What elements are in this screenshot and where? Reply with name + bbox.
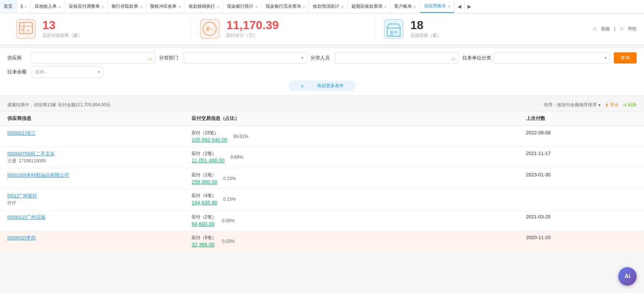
stat-amount-content: 11,170.39 应付合计（万）	[226, 19, 279, 39]
balance-select[interactable]: 选择... ▾	[32, 66, 103, 77]
nav-advance-collection[interactable]: 预收冲应收单 ×	[146, 0, 185, 13]
query-button[interactable]: 查询	[614, 52, 637, 63]
table-row: [000002]李四 应付（5笔） 32,366.00 0.03% 2020-1…	[0, 231, 644, 252]
close-icon[interactable]: ×	[414, 4, 416, 9]
close-icon[interactable]: ×	[303, 4, 305, 9]
trans-percentage: 9.89%	[231, 155, 243, 160]
trans-label: 应付（2笔）	[192, 214, 216, 220]
trans-cell: 应付（15笔） 100,092,540.00 89.61%	[192, 130, 526, 143]
trans-inner: 应付（4笔） 164,635.90	[192, 193, 217, 206]
stats-bar: ¥ $$ 13 总应付供应商（家） ¥ 11,170.39 应付合计（万）	[0, 13, 644, 45]
trans-amount[interactable]: 164,635.90	[192, 200, 217, 206]
export-button[interactable]: ⬆ 导出	[605, 102, 619, 108]
dept-text-input[interactable]	[187, 55, 302, 61]
close-icon[interactable]: ×	[448, 4, 450, 8]
supplier-info-cell: [000001]张三	[7, 130, 192, 137]
refresh-label: 刷新	[628, 102, 637, 108]
trans-amount[interactable]: 11,051,486.00	[192, 158, 225, 163]
close-icon[interactable]: ×	[341, 4, 343, 9]
trans-inner: 应付（2笔） 11,051,486.00	[192, 151, 225, 163]
close-icon[interactable]: ×	[25, 4, 27, 9]
category-text-input[interactable]	[497, 55, 605, 61]
help-link[interactable]: 帮助	[628, 26, 637, 32]
nav-overdue-query[interactable]: 超期应收款查询 ×	[348, 0, 391, 13]
supplier-link[interactable]: [000012]广州贝瑞	[7, 214, 192, 221]
nav-cash-bank-stats[interactable]: 现金银行统计 ×	[223, 0, 262, 13]
nav-tab-3[interactable]: 3 ×	[17, 0, 31, 13]
supplier-link[interactable]: [001]广州荣轩	[7, 193, 192, 199]
export-icon: ⬆	[605, 103, 609, 108]
close-icon[interactable]: ×	[217, 4, 219, 9]
supplier-dots-icon[interactable]: ...	[148, 55, 152, 61]
close-icon[interactable]: ×	[102, 4, 104, 9]
supplier-input[interactable]: ...	[32, 52, 155, 63]
trans-amount[interactable]: 94,600.00	[192, 221, 216, 227]
person-label: 分管人员	[311, 55, 333, 61]
nav-cash-bank-flow[interactable]: 现金银行流水查询 ×	[262, 0, 309, 13]
filter-supplier: 供应商 ...	[7, 52, 155, 63]
supplier-text-input[interactable]	[35, 55, 148, 61]
balance-placeholder: 选择...	[35, 69, 48, 75]
supplier-link[interactable]: [000001]张三	[7, 130, 192, 137]
supplier-link[interactable]: [000002]李四	[7, 235, 192, 241]
trans-amount[interactable]: 32,366.00	[192, 242, 216, 248]
trans-amount[interactable]: 258,000.00	[192, 179, 217, 185]
trans-inner: 应付（15笔） 100,092,540.00	[192, 130, 227, 143]
video-link[interactable]: 视频	[601, 26, 610, 32]
nav-overdue-label: 超期应收款查询	[351, 3, 382, 10]
stat-total-amount: ¥ 11,170.39 应付合计（万）	[191, 18, 375, 40]
nav-bank-deposit-label: 银行存取款单	[112, 3, 138, 10]
supplier-link[interactable]: [000100]本特勤油品有限公司	[7, 172, 192, 179]
stat-total-content: 18 总供应商（家）	[410, 19, 441, 39]
supplier-info-cell: [000002]李四	[7, 235, 192, 241]
circle-help-icon: ⊙	[620, 26, 623, 31]
top-right-links: ⊙ 视频 | ⊙ 帮助	[593, 26, 637, 32]
circle-play-icon: ⊙	[593, 26, 596, 31]
nav-adjustment[interactable]: 应收应付调整单 ×	[65, 0, 108, 13]
ai-button[interactable]: Ai	[618, 267, 637, 286]
category-label: 往来单位分类	[462, 55, 491, 61]
sort-label: 排序：按应付余额倒序排序	[544, 102, 597, 108]
dept-select[interactable]: ▾	[183, 52, 307, 63]
supplier-link[interactable]: [000007]恒旺二手叉车	[7, 151, 192, 157]
trans-cell: 应付（2笔） 94,600.00 0.08%	[192, 214, 526, 227]
close-icon[interactable]: ×	[140, 4, 142, 9]
nav-collection-exec[interactable]: 收款核销执行 ×	[185, 0, 223, 13]
nav-other-income[interactable]: 其他收入单 ×	[31, 0, 65, 13]
export-label: 导出	[610, 102, 619, 108]
close-icon[interactable]: ×	[178, 4, 181, 9]
sort-select[interactable]: 排序：按应付余额倒序排序 ▾	[544, 102, 601, 108]
nav-arrow-right[interactable]: ▶	[464, 0, 474, 13]
last-date: 2021-11-17	[526, 151, 551, 156]
supplier-info-cell: [000007]恒旺二手叉车 王通 17106110000	[7, 151, 192, 164]
chevron-down-icon: ▾	[98, 69, 100, 75]
close-icon[interactable]: ×	[384, 4, 386, 9]
person-text-input[interactable]	[338, 55, 451, 61]
nav-cash-bank-flow-label: 现金银行流水查询	[266, 3, 301, 10]
nav-cash-bank-stats-label: 现金银行统计	[227, 3, 253, 10]
chevron-down-icon: ▾	[598, 103, 601, 108]
nav-customer-ledger[interactable]: 客户账本 ×	[391, 0, 420, 13]
refresh-icon: ↺	[623, 103, 627, 108]
trans-cell: 应付（4笔） 164,635.90 0.15%	[192, 193, 526, 206]
trans-amount[interactable]: 100,092,540.00	[192, 137, 227, 143]
stat-payable-label: 总应付供应商（家）	[42, 32, 82, 39]
trans-label: 应付（2笔）	[192, 151, 225, 157]
nav-supplier-ledger[interactable]: 供应商账本 ×	[420, 0, 454, 13]
collapse-button[interactable]: ∧ 收起更多条件	[289, 80, 356, 91]
nav-arrow-left[interactable]: ◀	[454, 0, 464, 13]
person-input[interactable]: ...	[335, 52, 459, 63]
person-dots-icon[interactable]: ...	[451, 55, 455, 61]
nav-home[interactable]: 首页	[0, 0, 17, 13]
category-select[interactable]: ▾	[493, 52, 610, 63]
refresh-button[interactable]: ↺ 刷新	[623, 102, 637, 108]
close-icon[interactable]: ×	[255, 4, 258, 9]
chevron-down-icon: ▾	[605, 55, 607, 61]
last-date-cell: 2020-11-20	[526, 235, 637, 240]
nav-collection-stats[interactable]: 收款情况统计 ×	[309, 0, 347, 13]
result-bar: 搜索结果中，供应商13家 应付金额111,703,854.00元 排序：按应付余…	[0, 99, 644, 111]
close-icon[interactable]: ×	[59, 4, 61, 9]
trans-inner: 应付（2笔） 94,600.00	[192, 214, 216, 227]
trans-label: 应付（15笔）	[192, 130, 227, 136]
nav-bank-deposit[interactable]: 银行存取款单 ×	[108, 0, 146, 13]
